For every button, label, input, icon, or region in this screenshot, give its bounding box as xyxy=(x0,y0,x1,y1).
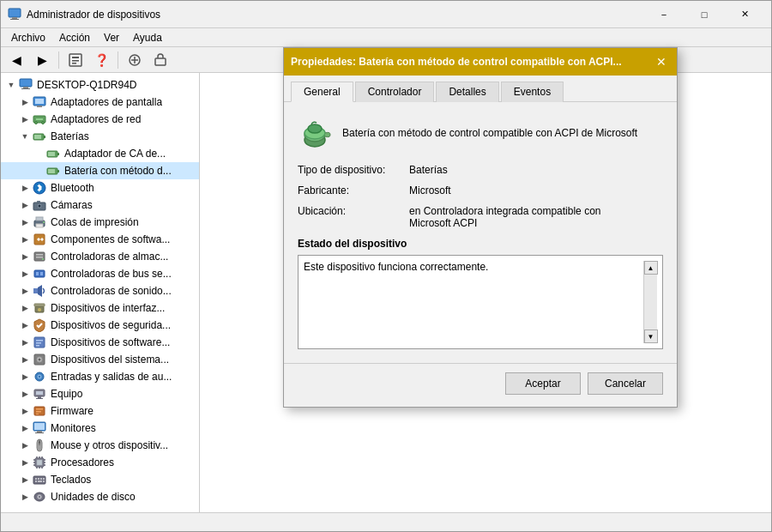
dialog-title: Propiedades: Batería con método de contr… xyxy=(291,56,653,68)
tab-general[interactable]: General xyxy=(291,82,353,102)
svg-point-103 xyxy=(308,124,322,133)
prop-location-label: Ubicación: xyxy=(298,205,409,217)
dialog-title-bar: Propiedades: Batería con método de contr… xyxy=(284,48,677,76)
scroll-up-button[interactable]: ▲ xyxy=(644,261,658,275)
prop-row-type: Tipo de dispositivo: Baterías xyxy=(298,164,663,176)
tab-controlador[interactable]: Controlador xyxy=(355,82,435,102)
prop-manufacturer-label: Fabricante: xyxy=(298,184,409,196)
status-scrollbar[interactable]: ▲ ▼ xyxy=(643,261,657,343)
prop-type-value: Baterías xyxy=(409,164,448,176)
prop-type-label: Tipo de dispositivo: xyxy=(298,164,409,176)
tab-detalles[interactable]: Detalles xyxy=(436,82,498,102)
status-section-title: Estado del dispositivo xyxy=(298,238,663,250)
scroll-down-button[interactable]: ▼ xyxy=(644,329,658,343)
cancel-button[interactable]: Cancelar xyxy=(588,372,663,395)
device-name: Batería con método de control compatible… xyxy=(342,127,637,139)
dialog-overlay: Propiedades: Batería con método de contr… xyxy=(0,0,772,532)
prop-row-manufacturer: Fabricante: Microsoft xyxy=(298,184,663,196)
device-header: Batería con método de control compatible… xyxy=(298,116,663,150)
status-text: Este dispositivo funciona correctamente. xyxy=(304,261,643,343)
properties-dialog: Propiedades: Batería con método de contr… xyxy=(283,47,678,408)
dialog-body: Batería con método de control compatible… xyxy=(284,102,677,363)
prop-manufacturer-value: Microsoft xyxy=(409,184,451,196)
dialog-footer: Aceptar Cancelar xyxy=(284,363,677,407)
dialog-tabs: General Controlador Detalles Eventos xyxy=(284,76,677,102)
device-icon-large xyxy=(298,116,332,150)
prop-row-location: Ubicación: en Controladora integrada com… xyxy=(298,205,663,229)
scroll-track[interactable] xyxy=(644,275,657,329)
accept-button[interactable]: Aceptar xyxy=(505,372,581,395)
status-box: Este dispositivo funciona correctamente.… xyxy=(298,255,663,349)
tab-eventos[interactable]: Eventos xyxy=(501,82,564,102)
prop-location-value: en Controladora integrada compatible con… xyxy=(409,205,615,229)
dialog-close-button[interactable]: ✕ xyxy=(653,53,670,70)
